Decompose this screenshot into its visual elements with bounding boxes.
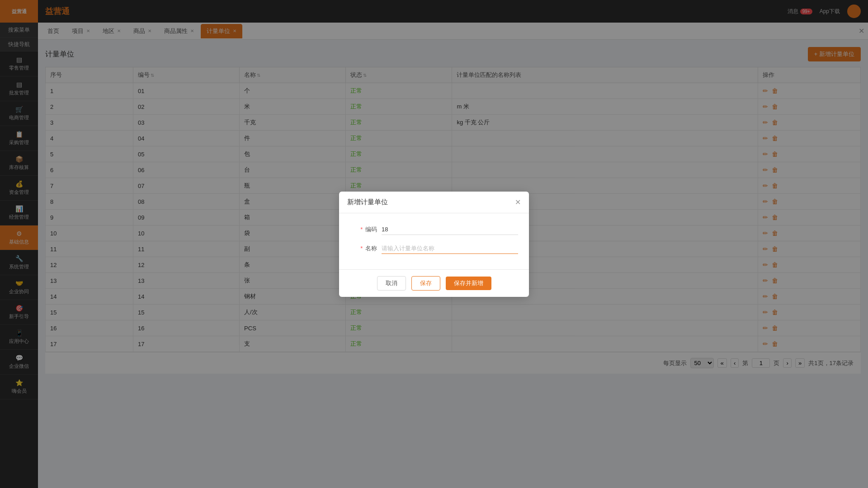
code-label: * 编码 [350, 225, 377, 234]
modal-header: 新增计量单位 ✕ [339, 192, 529, 213]
modal-footer: 取消 保存 保存并新增 [339, 269, 529, 297]
modal-title: 新增计量单位 [347, 198, 388, 206]
add-unit-modal: 新增计量单位 ✕ * 编码 * 名称 取消 保存 保存并新增 [339, 192, 529, 297]
name-form-row: * 名称 [350, 243, 518, 254]
cancel-button[interactable]: 取消 [377, 276, 406, 291]
name-required-star: * [360, 245, 363, 252]
code-form-row: * 编码 [350, 224, 518, 235]
save-and-new-button[interactable]: 保存并新增 [446, 277, 491, 290]
code-input[interactable] [382, 224, 518, 235]
modal-body: * 编码 * 名称 [339, 213, 529, 269]
code-required-star: * [360, 226, 363, 233]
modal-overlay: 新增计量单位 ✕ * 编码 * 名称 取消 保存 保存并新增 [0, 0, 868, 488]
name-label: * 名称 [350, 244, 377, 253]
save-button[interactable]: 保存 [411, 276, 440, 291]
name-input[interactable] [382, 243, 518, 254]
modal-close-button[interactable]: ✕ [515, 198, 521, 206]
